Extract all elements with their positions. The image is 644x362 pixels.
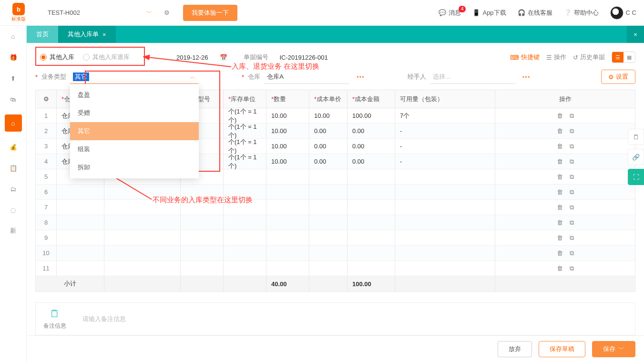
radio-icon [83,54,90,61]
delete-icon[interactable]: 🗑 [557,234,563,242]
radio-inbound[interactable]: 其他入库 [40,53,74,62]
copy-icon[interactable]: ⧉ [570,204,574,211]
col-unit: *库存单位 [224,90,266,108]
org-selector[interactable]: TEST-H002 ﹀ [43,5,157,21]
new-icon[interactable]: 新 [8,225,19,237]
copy-icon[interactable]: ⧉ [570,127,574,135]
help-icon: ❔ [564,9,572,16]
handler-label: 经手人 [408,72,426,81]
tab-current[interactable]: 其他入库单 × [58,26,116,43]
biztype-option[interactable]: 其它 [70,122,199,140]
dock-expand-icon[interactable]: ⛶ [628,169,644,185]
more-icon[interactable]: ••• [357,73,365,81]
view-list[interactable]: ☰ [612,52,624,62]
finance-icon[interactable]: 💰 [8,141,19,153]
right-dock: 🗒 🔗 ⛶ [628,129,644,185]
note-icon: 🗒 [50,308,60,320]
user-name: C C [626,9,636,16]
phone-icon: 📱 [472,9,480,16]
delete-icon[interactable]: 🗑 [557,265,563,272]
col-settings[interactable]: ⚙ [36,90,57,108]
report-icon[interactable]: 📋 [8,162,19,174]
doc-toolbar: ⌨快捷键 ☰操作 ↺历史单据 ☰ ▦ [510,52,635,63]
history-button[interactable]: ↺历史单据 [573,53,605,62]
radio-return[interactable]: 其他入库退库 [83,53,130,62]
help-button[interactable]: ❔帮助中心 [564,9,599,17]
copy-icon[interactable]: ⧉ [570,249,574,257]
dock-link-icon[interactable]: 🔗 [628,149,644,165]
view-grid[interactable]: ▦ [624,52,635,62]
save-button[interactable]: 保存﹀ [592,341,635,357]
dock-note-icon[interactable]: 🗒 [628,129,644,145]
copy-icon[interactable]: ⧉ [570,265,574,272]
copy-icon[interactable]: ⧉ [570,143,574,150]
discard-button[interactable]: 放弃 [498,341,532,357]
purchase-icon[interactable]: ⬆ [8,72,19,84]
copy-icon[interactable]: ⧉ [570,188,574,196]
close-all-tabs[interactable]: × [627,26,644,43]
delete-icon[interactable]: 🗑 [557,204,563,211]
table-row[interactable]: 9🗑⧉ [36,230,635,246]
warehouse-icon[interactable]: ⌂ [5,114,22,132]
biztype-option[interactable]: 盘盈 [70,86,199,104]
remarks-input[interactable] [74,303,635,335]
operate-button[interactable]: ☰操作 [546,53,566,62]
warehouse-value: 仓库A [267,72,284,81]
doc-no: IC-20191226-001 [280,54,328,61]
table-row[interactable]: 7🗑⧉ [36,200,635,215]
delete-icon[interactable]: 🗑 [557,112,563,120]
reconcile-icon[interactable]: 🗂 [8,183,19,195]
delete-icon[interactable]: 🗑 [557,249,563,257]
settings-nav-icon[interactable]: ◌ [8,204,19,216]
delete-icon[interactable]: 🗑 [557,127,563,135]
app-label: App下载 [482,9,506,17]
settings-button[interactable]: ⚙设置 [601,70,635,84]
support-button[interactable]: 🎧在线客服 [518,9,552,17]
table-row[interactable]: 6🗑⧉ [36,185,635,200]
table-row[interactable]: 10🗑⧉ [36,246,635,261]
gear-icon: ⚙ [608,73,614,81]
delete-icon[interactable]: 🗑 [557,188,563,196]
copy-icon[interactable]: ⧉ [570,173,574,181]
delete-icon[interactable]: 🗑 [557,143,563,150]
delete-icon[interactable]: 🗑 [557,219,563,227]
gear-icon[interactable]: ⚙ [164,9,170,16]
col-op: 操作 [495,90,635,108]
table-row[interactable]: 8🗑⧉ [36,215,635,230]
tab-home[interactable]: 首页 [27,26,58,43]
logo-text: 标准版 [11,16,26,22]
save-draft-button[interactable]: 保存草稿 [539,341,585,357]
copy-icon[interactable]: ⧉ [570,112,574,120]
biztype-option[interactable]: 受赠 [70,104,199,122]
delete-icon[interactable]: 🗑 [557,158,563,165]
warehouse-label: 仓库 [248,72,260,81]
more-icon[interactable]: ••• [522,73,531,81]
menu-icon: ☰ [546,54,552,61]
shortcut-button[interactable]: ⌨快捷键 [510,53,540,62]
app-download-button[interactable]: 📱App下载 [472,9,506,17]
warehouse-select[interactable]: 仓库A [264,70,350,84]
biztype-option[interactable]: 组装 [70,140,199,158]
copy-icon[interactable]: ⧉ [570,158,574,165]
messages-button[interactable]: 💬 消息 4 [439,9,461,17]
home-icon[interactable]: ⌂ [8,31,19,42]
gear-icon: ⚙ [43,95,49,103]
biztype-select[interactable]: 其它 ︿ 盘盈受赠其它组装拆卸 [70,70,199,84]
radio-return-label: 其他入库退库 [92,53,130,62]
handler-select[interactable]: 选择... [430,70,516,84]
table-row[interactable]: 11🗑⧉ [36,261,635,276]
close-icon[interactable]: × [102,31,106,38]
copy-icon[interactable]: ⧉ [570,219,574,227]
gift-icon[interactable]: 🎁 [8,52,19,63]
doc-date: 2019-12-26 [176,54,208,61]
user-menu[interactable]: C C [610,6,636,20]
cta-button[interactable]: 我要体验一下 [183,5,237,21]
copy-icon[interactable]: ⧉ [570,234,574,242]
calendar-icon[interactable]: 📅 [220,54,227,61]
radio-inbound-label: 其他入库 [50,53,74,62]
sales-icon[interactable]: 🛍 [8,93,19,105]
delete-icon[interactable]: 🗑 [557,173,563,181]
support-label: 在线客服 [528,9,552,17]
biztype-option[interactable]: 拆卸 [70,158,199,176]
biztype-field: *业务类型 其它 ︿ 盘盈受赠其它组装拆卸 [35,70,199,84]
